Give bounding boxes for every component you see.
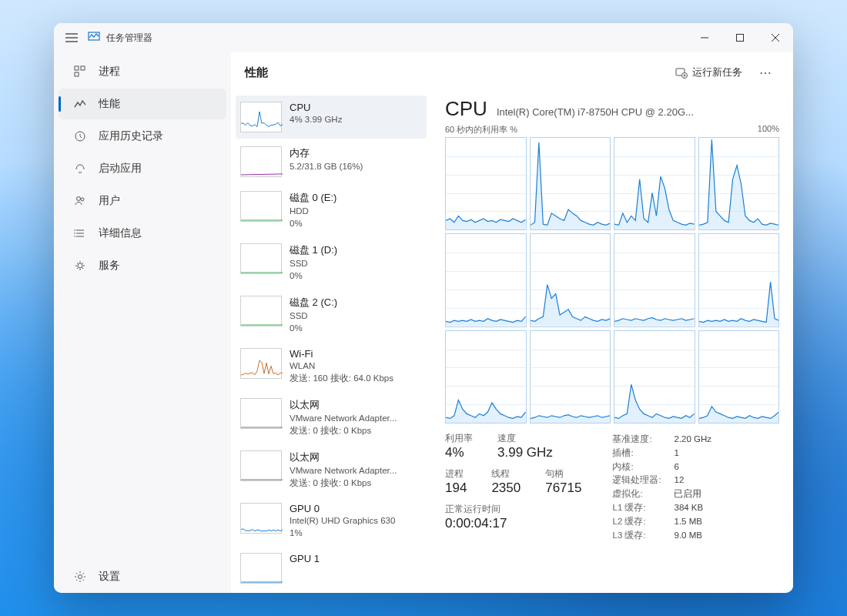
perf-item-sub: Intel(R) UHD Graphics 6301%	[290, 515, 395, 539]
sidebar-item-label: 性能	[99, 97, 120, 111]
perf-item-title: 内存	[290, 146, 363, 160]
perf-item-title: 以太网	[290, 450, 397, 464]
svg-rect-4	[75, 72, 79, 76]
performance-sidebar-list: CPU4% 3.99 GHz内存5.2/31.8 GB (16%)磁盘 0 (E…	[231, 92, 431, 593]
perf-item-title: 磁盘 1 (D:)	[290, 243, 337, 257]
perf-list-item[interactable]: 以太网VMware Network Adapter...发送: 0 接收: 0 …	[236, 392, 427, 443]
sidebar-item-details[interactable]: 详细信息	[59, 218, 226, 249]
chart-axis-left-label: 60 秒内的利用率 %	[445, 124, 517, 136]
cpu-core-chart	[445, 137, 527, 230]
app-icon	[88, 30, 100, 45]
spec-table: 基准速度:2.20 GHz插槽:1内核:6逻辑处理器:12虚拟化:已启用L1 缓…	[612, 433, 711, 543]
perf-item-title: 以太网	[290, 398, 397, 412]
cpu-core-chart	[698, 233, 780, 326]
sidebar-item-startup[interactable]: 启动应用	[59, 153, 226, 184]
svg-point-12	[79, 575, 82, 579]
close-button[interactable]	[758, 23, 793, 52]
hamburger-menu-icon[interactable]	[62, 33, 82, 42]
perf-thumbnail	[240, 243, 282, 274]
cpu-core-chart	[614, 137, 695, 230]
detail-title: CPU	[445, 97, 487, 121]
stat-utilization: 利用率 4%	[445, 433, 473, 460]
list-icon	[72, 227, 88, 239]
sidebar-item-label: 服务	[99, 259, 120, 273]
sidebar-item-users[interactable]: 用户	[59, 186, 226, 216]
perf-item-sub: VMware Network Adapter...发送: 0 接收: 0 Kbp…	[290, 413, 397, 437]
perf-list-item[interactable]: GPU 0Intel(R) UHD Graphics 6301%	[236, 497, 427, 545]
perf-thumbnail	[240, 296, 282, 326]
perf-item-sub: HDD0%	[290, 206, 336, 229]
more-button[interactable]: ⋯	[753, 61, 779, 85]
task-manager-window: 任务管理器 进程 性能 应用历史记录 启动应用	[54, 23, 793, 593]
svg-point-8	[74, 229, 75, 231]
sidebar: 进程 性能 应用历史记录 启动应用 用户 详细信息	[54, 52, 231, 593]
svg-rect-2	[75, 66, 79, 70]
sidebar-item-label: 启动应用	[99, 162, 142, 176]
chart-axis-right-label: 100%	[758, 124, 779, 136]
perf-thumbnail	[240, 503, 282, 534]
spec-row: 虚拟化:已启用	[612, 487, 711, 501]
perf-list-item[interactable]: 内存5.2/31.8 GB (16%)	[236, 140, 427, 183]
svg-rect-1	[737, 35, 744, 42]
sidebar-item-label: 进程	[99, 65, 120, 79]
svg-rect-3	[81, 66, 85, 70]
main-header: 性能 运行新任务 ⋯	[231, 52, 793, 92]
sidebar-item-label: 应用历史记录	[99, 129, 163, 143]
cpu-core-chart	[698, 330, 780, 424]
sidebar-item-label: 用户	[99, 194, 120, 208]
startup-icon	[72, 162, 88, 175]
sidebar-item-app-history[interactable]: 应用历史记录	[59, 121, 226, 152]
cpu-chart-grid	[445, 137, 779, 424]
perf-list-item[interactable]: GPU 1	[236, 547, 427, 590]
main-panel: 性能 运行新任务 ⋯ CPU4% 3.99 GHz内存5.2/31.8 GB (…	[231, 52, 793, 593]
perf-item-sub: SSD0%	[290, 258, 337, 282]
cpu-core-chart	[614, 330, 695, 424]
spec-row: 逻辑处理器:12	[612, 474, 711, 487]
spec-row: 基准速度:2.20 GHz	[612, 433, 711, 447]
cpu-core-chart	[445, 233, 527, 326]
sidebar-item-settings[interactable]: 设置	[59, 561, 226, 592]
run-task-label: 运行新任务	[692, 65, 742, 79]
sidebar-item-performance[interactable]: 性能	[59, 89, 226, 119]
perf-list-item[interactable]: Wi-FiWLAN发送: 160 接收: 64.0 Kbps	[236, 342, 427, 390]
perf-item-title: 磁盘 2 (C:)	[290, 296, 337, 310]
perf-list-item[interactable]: CPU4% 3.99 GHz	[236, 95, 427, 139]
cpu-core-chart	[530, 233, 611, 326]
perf-item-title: 磁盘 0 (E:)	[290, 191, 336, 205]
spec-row: 插槽:1	[612, 447, 711, 460]
grid-icon	[72, 65, 88, 78]
sidebar-item-label: 详细信息	[99, 226, 142, 240]
users-icon	[72, 195, 88, 207]
perf-item-title: Wi-Fi	[290, 348, 393, 360]
perf-item-sub: 4% 3.99 GHz	[290, 114, 342, 126]
perf-list-item[interactable]: 磁盘 2 (C:)SSD0%	[236, 290, 427, 340]
maximize-button[interactable]	[722, 23, 758, 52]
spec-row: L3 缓存:9.0 MB	[612, 529, 711, 543]
stat-speed: 速度 3.99 GHz	[497, 433, 553, 460]
sidebar-item-label: 设置	[99, 570, 120, 584]
svg-point-9	[74, 233, 75, 234]
perf-item-title: GPU 0	[290, 503, 395, 514]
perf-item-sub: VMware Network Adapter...发送: 0 接收: 0 Kbp…	[290, 465, 397, 489]
perf-list-item[interactable]: 磁盘 1 (D:)SSD0%	[236, 237, 427, 288]
stat-processes: 进程 194	[445, 468, 467, 496]
perf-list-item[interactable]: 以太网VMware Network Adapter...发送: 0 接收: 0 …	[236, 444, 427, 495]
perf-thumbnail	[240, 348, 282, 379]
perf-thumbnail	[240, 398, 282, 429]
sidebar-item-processes[interactable]: 进程	[59, 56, 226, 87]
services-icon	[72, 259, 88, 272]
spec-row: L1 缓存:384 KB	[612, 501, 711, 515]
run-task-icon	[675, 66, 688, 79]
minimize-button[interactable]	[687, 23, 722, 52]
perf-list-item[interactable]: 磁盘 0 (E:)HDD0%	[236, 185, 427, 236]
sidebar-item-services[interactable]: 服务	[59, 250, 226, 281]
perf-thumbnail	[240, 146, 282, 177]
stat-handles: 句柄 76715	[545, 468, 581, 496]
cpu-core-chart	[530, 330, 611, 424]
run-new-task-button[interactable]: 运行新任务	[668, 61, 750, 84]
cpu-core-chart	[698, 137, 780, 230]
history-icon	[72, 130, 88, 142]
perf-item-title: GPU 1	[290, 553, 320, 564]
cpu-core-chart	[614, 233, 695, 326]
perf-thumbnail	[240, 102, 282, 132]
